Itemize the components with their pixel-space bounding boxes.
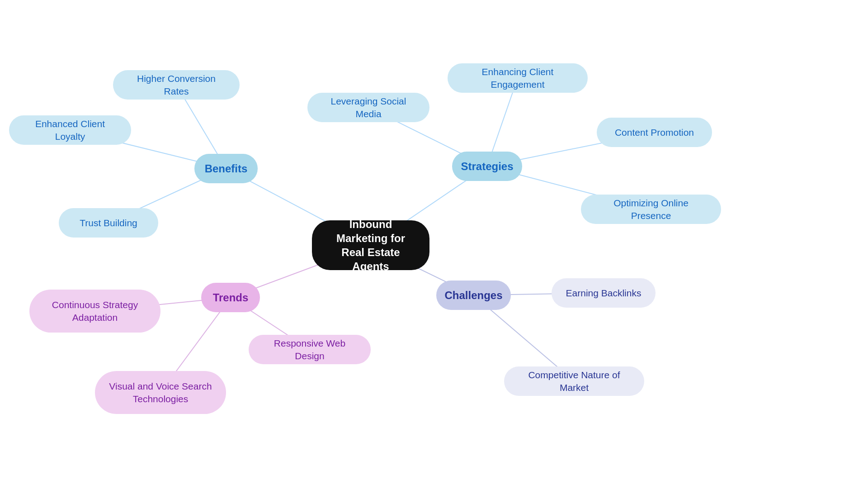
trust-building-node: Trust Building: [59, 208, 158, 238]
responsive-web-node: Responsive Web Design: [249, 335, 371, 364]
benefits-node: Benefits: [194, 154, 258, 183]
online-presence-node: Optimizing Online Presence: [581, 195, 721, 224]
strategies-node: Strategies: [452, 152, 522, 181]
continuous-strategy-node: Continuous Strategy Adaptation: [29, 290, 160, 333]
center-node: Inbound Marketing for Real Estate Agents: [312, 220, 429, 270]
visual-voice-search-node: Visual and Voice Search Technologies: [95, 371, 226, 414]
client-engagement-node: Enhancing Client Engagement: [448, 63, 588, 93]
challenges-node: Challenges: [436, 281, 511, 310]
competitive-market-node: Competitive Nature of Market: [504, 366, 644, 396]
content-promotion-node: Content Promotion: [597, 118, 712, 147]
earning-backlinks-node: Earning Backlinks: [552, 278, 656, 308]
social-media-node: Leveraging Social Media: [307, 93, 429, 122]
trends-node: Trends: [201, 283, 260, 312]
enhanced-loyalty-node: Enhanced Client Loyalty: [9, 115, 131, 145]
higher-conversion-node: Higher Conversion Rates: [113, 70, 240, 100]
